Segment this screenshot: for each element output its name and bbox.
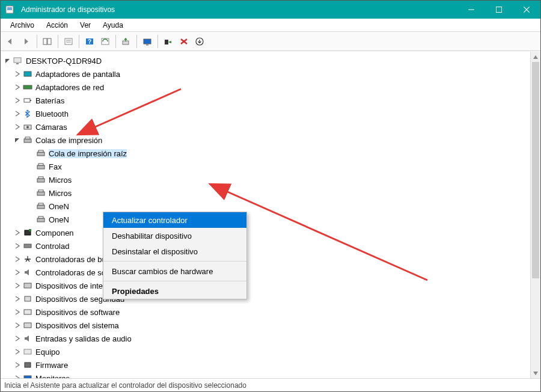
firmware-icon (22, 360, 33, 370)
tree-item-micros1[interactable]: Micros (2, 173, 540, 186)
close-button[interactable] (513, 1, 540, 19)
svg-rect-23 (24, 72, 31, 76)
twisty-open-icon[interactable] (3, 56, 13, 66)
help-button[interactable]: ? (82, 34, 97, 49)
svg-rect-25 (24, 99, 30, 102)
twisty-closed-icon[interactable] (13, 228, 22, 237)
tree-item-firmware[interactable]: Firmware (2, 358, 540, 372)
svg-rect-29 (24, 139, 31, 142)
scroll-down-icon[interactable] (531, 368, 540, 378)
tree-item-label: OneN (49, 202, 69, 211)
context-disable-device[interactable]: Deshabilitar dispositivo (103, 228, 246, 243)
twisty-closed-icon[interactable] (13, 294, 22, 304)
bluetooth-icon (22, 109, 33, 118)
tree-item-security[interactable]: Dispositivos de seguridad (2, 292, 540, 305)
tree-panel: DESKTOP-Q1DR94D Adaptadores de pantalla … (1, 51, 540, 378)
uninstall-device-button[interactable] (176, 34, 192, 49)
show-hide-console-button[interactable] (40, 34, 55, 49)
enable-device-button[interactable] (160, 34, 176, 49)
forward-button[interactable] (19, 34, 34, 49)
context-uninstall-device[interactable]: Desinstalar el dispositivo (103, 243, 246, 259)
twisty-open-icon[interactable] (13, 135, 22, 145)
twisty-closed-icon[interactable] (13, 96, 22, 105)
hid-icon (22, 281, 33, 290)
menu-ver[interactable]: Ver (74, 20, 97, 31)
svg-rect-16 (146, 44, 148, 46)
properties-button[interactable] (61, 34, 76, 49)
update-driver-button[interactable] (118, 34, 134, 49)
software-icon (22, 307, 33, 317)
twisty-closed-icon[interactable] (13, 373, 22, 378)
context-menu: Actualizar controlador Deshabilitar disp… (103, 212, 247, 299)
context-scan-hardware[interactable]: Buscar cambios de hardware (103, 263, 246, 279)
monitor-button[interactable] (139, 34, 155, 49)
context-properties[interactable]: Propiedades (103, 283, 246, 299)
minimize-button[interactable] (457, 1, 485, 19)
svg-rect-1 (7, 7, 12, 10)
twisty-closed-icon[interactable] (13, 69, 22, 79)
twisty-closed-icon[interactable] (13, 360, 22, 370)
tree-item-hid[interactable]: Dispositivos de interfaz humana (HID) (2, 279, 540, 292)
svg-rect-8 (65, 38, 72, 44)
twisty-closed-icon[interactable] (13, 268, 22, 277)
scroll-thumb[interactable] (532, 62, 539, 278)
down-button[interactable] (192, 34, 207, 49)
app-icon (4, 5, 15, 14)
tree-item-bluetooth[interactable]: Bluetooth (2, 107, 540, 120)
svg-rect-35 (37, 179, 44, 182)
back-button[interactable] (3, 34, 19, 49)
printer-icon (22, 135, 33, 145)
toolbar-sep (58, 35, 58, 48)
tree-item-cameras[interactable]: Cámaras (2, 120, 540, 133)
tree-item-label: Micros (49, 189, 72, 198)
tree-item-display-adapters[interactable]: Adaptadores de pantalla (2, 67, 540, 81)
display-adapter-icon (22, 69, 33, 79)
tree-item-usb-controllers[interactable]: Controladoras de bus serie universal (2, 253, 540, 266)
tree-item-label: Adaptadores de red (35, 83, 104, 92)
tree-item-micros2[interactable]: Micros (2, 186, 540, 200)
tree-item-audio-io[interactable]: Entradas y salidas de audio (2, 332, 540, 345)
tree-item-software[interactable]: Dispositivos de software (2, 305, 540, 319)
printer-icon (35, 201, 46, 211)
scroll-up-icon[interactable] (531, 52, 540, 62)
twisty-closed-icon[interactable] (13, 82, 22, 92)
menu-ayuda[interactable]: Ayuda (97, 20, 129, 31)
context-update-driver[interactable]: Actualizar controlador (103, 212, 246, 228)
twisty-closed-icon[interactable] (13, 122, 22, 132)
tree-item-onen2[interactable]: OneN (2, 213, 540, 226)
tree-item-controlad[interactable]: Controlad (2, 239, 540, 253)
tree-item-monitors[interactable]: Monitores (2, 372, 540, 378)
twisty-closed-icon[interactable] (13, 320, 22, 330)
vertical-scrollbar[interactable] (530, 52, 540, 378)
tree-item-system[interactable]: Dispositivos del sistema (2, 319, 540, 332)
menu-archivo[interactable]: Archivo (4, 20, 40, 31)
tree-item-print-root[interactable]: Cola de impresión raíz (2, 147, 540, 160)
menu-accion[interactable]: Acción (40, 20, 74, 31)
twisty-closed-icon[interactable] (13, 109, 22, 118)
tree-item-batteries[interactable]: Baterías (2, 94, 540, 107)
battery-icon (22, 96, 33, 105)
svg-rect-24 (23, 85, 32, 89)
tree-item-onen1[interactable]: OneN (2, 200, 540, 213)
scan-button[interactable] (97, 34, 113, 49)
svg-rect-49 (24, 323, 31, 328)
twisty-closed-icon[interactable] (13, 254, 22, 264)
twisty-closed-icon[interactable] (13, 347, 22, 357)
tree-item-componen[interactable]: Componen (2, 226, 540, 239)
device-tree[interactable]: DESKTOP-Q1DR94D Adaptadores de pantalla … (1, 52, 540, 378)
tree-root[interactable]: DESKTOP-Q1DR94D (2, 54, 540, 67)
statusbar: Inicia el Asistente para actualizar el c… (1, 378, 540, 391)
maximize-button[interactable] (485, 1, 513, 19)
twisty-closed-icon[interactable] (13, 334, 22, 343)
svg-rect-32 (38, 150, 43, 152)
twisty-closed-icon[interactable] (13, 307, 22, 317)
tree-item-network-adapters[interactable]: Adaptadores de red (2, 81, 540, 94)
twisty-closed-icon[interactable] (13, 241, 22, 251)
tree-item-equipo[interactable]: Equipo (2, 345, 540, 358)
tree-item-print-queues[interactable]: Colas de impresión (2, 133, 540, 147)
tree-item-sound[interactable]: Controladoras de sonido y vídeo y dispos… (2, 266, 540, 279)
status-text: Inicia el Asistente para actualizar el c… (4, 381, 246, 390)
tree-item-label: Dispositivos del sistema (35, 321, 119, 330)
twisty-closed-icon[interactable] (13, 281, 22, 290)
tree-item-fax[interactable]: Fax (2, 160, 540, 173)
